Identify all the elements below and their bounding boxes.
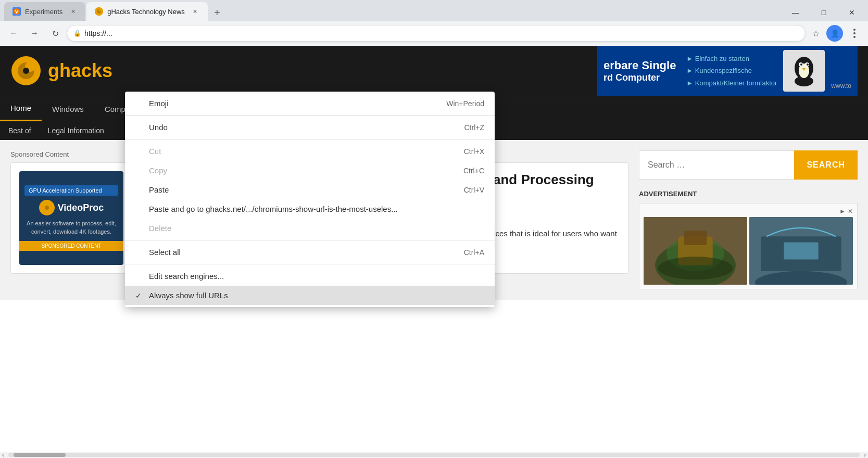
- svg-point-3: [99, 9, 101, 11]
- scrollbar-track: [8, 453, 860, 457]
- context-menu-cut: Cut Ctrl+X: [125, 142, 495, 161]
- delete-label: Delete: [149, 224, 171, 233]
- scroll-right-arrow[interactable]: ›: [862, 451, 868, 458]
- scrollbar-area: ‹ ›: [0, 452, 868, 458]
- nav-windows[interactable]: Windows: [42, 97, 94, 121]
- scroll-left-arrow[interactable]: ‹: [0, 451, 6, 458]
- paste-label: Paste: [149, 185, 169, 194]
- more-menu-button[interactable]: [845, 24, 864, 43]
- bookmark-button[interactable]: ☆: [808, 25, 824, 42]
- ad-image-1: [644, 217, 747, 285]
- emoji-label: Emoji: [149, 99, 169, 108]
- tab-experiments[interactable]: Experiments ✕: [4, 2, 85, 21]
- banner-list-1: ► Einfach zu starten: [686, 53, 777, 65]
- tux-icon: [791, 55, 817, 86]
- menu-item-edit-search-label: Edit search engines...: [135, 272, 224, 281]
- reload-button[interactable]: ↻: [46, 24, 65, 43]
- dot1: [853, 29, 856, 31]
- svg-point-23: [658, 257, 733, 279]
- nav-home[interactable]: Home: [0, 96, 42, 121]
- experiments-favicon: [12, 7, 21, 16]
- dot3: [853, 36, 856, 38]
- menu-item-paste-label: Paste: [135, 185, 169, 194]
- nav-bar: ← → ↻ 🔒 https://... ☆ 👤: [0, 21, 868, 46]
- menu-item-cut-label: Cut: [135, 147, 161, 156]
- tab-ghacks-close[interactable]: ✕: [191, 7, 199, 16]
- select-all-shortcut: Ctrl+A: [464, 248, 484, 257]
- svg-point-13: [800, 63, 802, 66]
- forward-button[interactable]: →: [25, 24, 44, 43]
- dot2: [853, 32, 856, 34]
- context-menu-paste[interactable]: Paste Ctrl+V: [125, 180, 495, 199]
- paste-go-label: Paste and go to ghacks.net/.../chromiums…: [149, 205, 398, 213]
- banner-list-3: ► Kompakt/Kleiner formfaktor: [686, 77, 777, 89]
- logo-text: ghacks: [48, 60, 112, 82]
- nav-legal[interactable]: Legal Information: [40, 121, 112, 140]
- maximize-button[interactable]: □: [812, 4, 836, 21]
- context-menu-emoji[interactable]: Emoji Win+Period: [125, 94, 495, 113]
- lock-icon: 🔒: [73, 30, 81, 37]
- svg-rect-27: [784, 242, 818, 259]
- window-controls: — □ ✕: [784, 4, 864, 21]
- context-menu-undo[interactable]: Undo Ctrl+Z: [125, 118, 495, 137]
- divider-2: [125, 139, 495, 139]
- tab-ghacks-label: gHacks Technology News: [107, 8, 185, 16]
- thumb-title: VideoProc: [58, 202, 104, 213]
- emoji-shortcut: Win+Period: [446, 99, 484, 108]
- advertisement-section: ADVERTISEMENT ► ✕: [639, 190, 858, 289]
- account-button[interactable]: 👤: [826, 25, 843, 42]
- ad-report-icon[interactable]: ►: [839, 208, 846, 215]
- select-all-label: Select all: [149, 248, 181, 257]
- menu-item-copy-label: Copy: [135, 166, 167, 175]
- context-menu-delete: Delete: [125, 219, 495, 238]
- copy-shortcut: Ctrl+C: [463, 167, 484, 175]
- close-button[interactable]: ✕: [840, 4, 864, 21]
- context-menu: Emoji Win+Period Undo Ctrl+Z Cut: [125, 92, 495, 307]
- browser-frame: Experiments ✕ gHacks Technology News ✕ +…: [0, 0, 868, 458]
- context-menu-edit-search[interactable]: Edit search engines...: [125, 266, 495, 286]
- search-input[interactable]: [639, 150, 794, 180]
- tab-ghacks[interactable]: gHacks Technology News ✕: [86, 2, 208, 21]
- ad-image-2: [749, 217, 853, 285]
- tab-experiments-label: Experiments: [25, 8, 62, 16]
- context-menu-copy: Copy Ctrl+C: [125, 161, 495, 180]
- paste-shortcut: Ctrl+V: [464, 186, 484, 194]
- copy-label: Copy: [149, 166, 167, 175]
- thumb-sponsored: SPONSORED CONTENT: [19, 241, 123, 251]
- svg-point-14: [807, 63, 809, 66]
- article-thumbnail: GPU Acceleration Supported VideoProc An …: [19, 171, 123, 265]
- sidebar: SEARCH ADVERTISEMENT ► ✕: [639, 150, 858, 289]
- site-header: ghacks erbare Single rd Computer ► Einfa…: [0, 46, 868, 96]
- ad-label: ADVERTISEMENT: [639, 190, 858, 198]
- new-tab-button[interactable]: +: [209, 4, 225, 21]
- search-button[interactable]: SEARCH: [794, 150, 858, 180]
- banner-headline: erbare Single: [603, 59, 680, 72]
- minimize-button[interactable]: —: [784, 4, 808, 21]
- tab-experiments-close[interactable]: ✕: [69, 7, 77, 16]
- gpu-badge: GPU Acceleration Supported: [24, 185, 118, 196]
- banner-url: www.to: [831, 82, 851, 90]
- svg-rect-22: [684, 231, 707, 245]
- tab-bar: Experiments ✕ gHacks Technology News ✕ +…: [0, 0, 868, 21]
- address-bar[interactable]: 🔒 https://...: [67, 25, 806, 42]
- ghacks-favicon: [95, 7, 103, 16]
- ad-banner: ► ✕: [639, 203, 858, 289]
- divider-4: [125, 264, 495, 264]
- ad-close-icon[interactable]: ✕: [848, 208, 853, 215]
- menu-item-always-full-urls-label: ✓ Always show full URLs: [135, 291, 228, 300]
- context-menu-always-full-urls[interactable]: ✓ Always show full URLs: [125, 286, 495, 305]
- scrollbar-thumb[interactable]: [14, 453, 66, 457]
- svg-point-7: [23, 68, 29, 74]
- address-text: https://...: [84, 29, 799, 37]
- menu-item-undo-label: Undo: [135, 123, 168, 132]
- nav-best-of[interactable]: Best of: [0, 121, 40, 140]
- context-menu-paste-go[interactable]: Paste and go to ghacks.net/.../chromiums…: [125, 199, 495, 219]
- edit-search-label: Edit search engines...: [149, 272, 224, 281]
- search-widget: SEARCH: [639, 150, 858, 180]
- back-button[interactable]: ←: [4, 24, 23, 43]
- menu-item-paste-go-label: Paste and go to ghacks.net/.../chromiums…: [135, 205, 398, 213]
- banner-subheadline: rd Computer: [603, 72, 680, 83]
- divider-1: [125, 115, 495, 116]
- context-menu-select-all[interactable]: Select all Ctrl+A: [125, 243, 495, 262]
- always-full-urls-label: Always show full URLs: [149, 291, 228, 300]
